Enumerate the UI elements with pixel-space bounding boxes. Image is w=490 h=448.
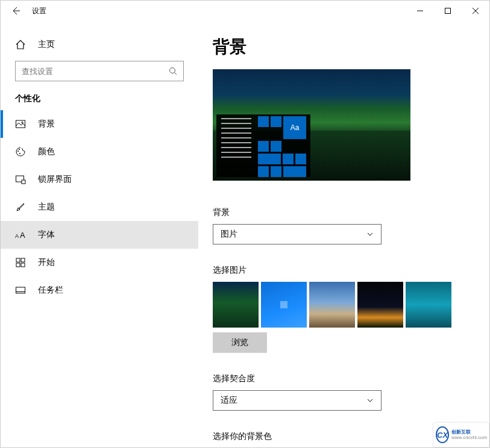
maximize-icon	[445, 8, 451, 14]
watermark-logo: CX	[436, 426, 449, 443]
preview-tiles: Aa	[256, 114, 310, 177]
content-panel: 背景 Aa 背景 图片	[198, 21, 489, 447]
chevron-down-icon	[366, 397, 374, 404]
sidebar-item-themes[interactable]: 主题	[1, 193, 198, 221]
chevron-down-icon	[366, 231, 374, 238]
watermark-text: 创新互联	[451, 429, 487, 435]
picture-thumb-4[interactable]	[357, 282, 403, 328]
svg-point-10	[19, 153, 20, 154]
close-icon	[473, 8, 479, 14]
svg-rect-18	[21, 263, 25, 267]
fit-select[interactable]: 适应	[213, 390, 382, 411]
minimize-icon	[417, 8, 423, 14]
settings-window: 设置 主页 个性化	[0, 0, 490, 448]
watermark-sub: www.cdcxhl.com	[451, 435, 487, 440]
search-input[interactable]	[22, 67, 169, 76]
picture-thumb-3[interactable]	[309, 282, 355, 328]
close-button[interactable]	[462, 1, 489, 21]
sidebar-section-title: 个性化	[1, 81, 198, 110]
select-value: 图片	[221, 229, 237, 240]
sidebar-item-fonts[interactable]: AA 字体	[1, 221, 198, 249]
select-value: 适应	[221, 395, 237, 406]
back-button[interactable]	[5, 1, 26, 21]
image-icon	[15, 119, 26, 129]
taskbar-icon	[15, 285, 26, 296]
svg-rect-15	[16, 258, 20, 262]
svg-point-9	[19, 149, 20, 150]
picture-thumb-2[interactable]	[261, 282, 307, 328]
sidebar-item-start[interactable]: 开始	[1, 249, 198, 276]
search-box[interactable]	[15, 61, 184, 81]
brush-icon	[15, 202, 26, 213]
picture-thumb-1[interactable]	[213, 282, 259, 328]
svg-rect-17	[16, 263, 20, 267]
svg-text:A: A	[15, 233, 19, 239]
background-label: 背景	[213, 207, 489, 218]
window-body: 主页 个性化 背景 颜色 锁屏界面	[1, 21, 489, 447]
picture-thumbnails	[213, 282, 489, 328]
watermark: CX 创新互联 www.cdcxhl.com	[433, 423, 489, 447]
fit-label: 选择契合度	[213, 373, 489, 384]
sidebar-item-background[interactable]: 背景	[1, 110, 198, 138]
background-type-select[interactable]: 图片	[213, 224, 382, 244]
page-title: 背景	[213, 36, 489, 58]
desktop-preview: Aa	[213, 69, 410, 181]
home-link[interactable]: 主页	[1, 33, 198, 56]
sidebar-item-label: 任务栏	[38, 285, 63, 296]
sidebar-item-label: 字体	[38, 229, 55, 240]
svg-point-4	[170, 68, 175, 73]
preview-start-panel: Aa	[216, 114, 310, 177]
svg-rect-19	[16, 287, 25, 293]
preview-sample-tile: Aa	[283, 116, 306, 139]
svg-text:A: A	[20, 231, 25, 240]
browse-button[interactable]: 浏览	[213, 332, 267, 353]
svg-point-7	[22, 122, 23, 123]
titlebar: 设置	[1, 1, 489, 21]
svg-rect-16	[21, 258, 25, 262]
picture-thumb-5[interactable]	[406, 282, 451, 328]
sidebar-item-label: 锁屏界面	[38, 174, 72, 185]
svg-point-8	[17, 151, 19, 152]
sidebar-item-lockscreen[interactable]: 锁屏界面	[1, 166, 198, 193]
palette-icon	[15, 146, 26, 157]
sidebar-item-label: 开始	[38, 257, 55, 268]
nav-list: 背景 颜色 锁屏界面 主题 AA 字体	[1, 110, 198, 304]
search-icon	[169, 67, 177, 75]
choose-picture-label: 选择图片	[213, 265, 489, 276]
preview-start-list	[216, 114, 256, 177]
svg-rect-1	[445, 8, 451, 14]
sidebar-item-taskbar[interactable]: 任务栏	[1, 276, 198, 304]
maximize-button[interactable]	[434, 1, 462, 21]
home-label: 主页	[38, 39, 55, 50]
sidebar-item-label: 背景	[38, 119, 55, 129]
font-icon: AA	[15, 229, 26, 240]
search-wrap	[1, 61, 198, 81]
sidebar-item-label: 颜色	[38, 146, 55, 157]
start-icon	[15, 257, 26, 268]
minimize-button[interactable]	[406, 1, 434, 21]
lockscreen-icon	[15, 174, 26, 185]
sidebar-item-label: 主题	[38, 202, 55, 213]
sidebar: 主页 个性化 背景 颜色 锁屏界面	[1, 21, 198, 447]
svg-line-5	[175, 73, 177, 75]
window-title: 设置	[32, 6, 46, 16]
arrow-left-icon	[11, 6, 20, 16]
home-icon	[15, 39, 26, 50]
sidebar-item-colors[interactable]: 颜色	[1, 138, 198, 166]
svg-rect-12	[22, 180, 25, 184]
